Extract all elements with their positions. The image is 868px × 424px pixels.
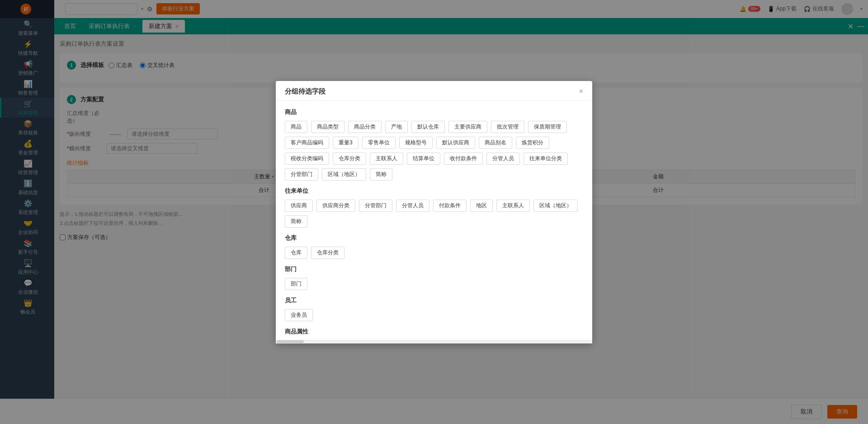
tag-2-1[interactable]: 仓库分类	[311, 247, 344, 259]
tag-1-7[interactable]: 区域（地区）	[533, 200, 578, 212]
tag-0-16[interactable]: 仓库分类	[333, 152, 366, 165]
section-tags-0: 商品商品类型商品分类产地默认仓库主要供应商批次管理保质期管理客户商品编码重量3零…	[285, 121, 583, 181]
section-title-3: 部门	[285, 265, 583, 273]
scrollbar-thumb[interactable]	[277, 340, 304, 343]
tag-0-22[interactable]: 分管部门	[285, 168, 318, 181]
section-title-2: 仓库	[285, 234, 583, 242]
tag-0-13[interactable]: 商品别名	[479, 137, 512, 149]
tag-0-0[interactable]: 商品	[285, 121, 307, 133]
section-tags-2: 仓库仓库分类	[285, 247, 583, 259]
tag-0-23[interactable]: 区域（地区）	[322, 168, 366, 181]
tag-0-1[interactable]: 商品类型	[311, 121, 344, 133]
section-tags-3: 部门	[285, 278, 583, 290]
tag-0-11[interactable]: 规格型号	[399, 137, 433, 149]
tag-3-0[interactable]: 部门	[285, 278, 307, 290]
section-title-5: 商品属性	[285, 328, 583, 336]
tag-0-8[interactable]: 客户商品编码	[285, 137, 329, 149]
tag-1-3[interactable]: 分管人员	[396, 200, 429, 212]
tag-0-24[interactable]: 简称	[370, 168, 392, 181]
tag-0-18[interactable]: 结算单位	[407, 152, 440, 165]
tag-0-19[interactable]: 收付款条件	[444, 152, 483, 165]
tag-0-21[interactable]: 往来单位分类	[524, 152, 568, 165]
tag-0-7[interactable]: 保质期管理	[528, 121, 567, 133]
tag-0-6[interactable]: 批次管理	[491, 121, 524, 133]
section-title-1: 往来单位	[285, 187, 583, 195]
tag-0-10[interactable]: 零售单位	[362, 137, 396, 149]
tag-1-1[interactable]: 供应商分类	[316, 200, 355, 212]
tag-1-0[interactable]: 供应商	[285, 200, 313, 212]
tag-0-17[interactable]: 主联系人	[370, 152, 403, 165]
tag-0-9[interactable]: 重量3	[333, 137, 359, 149]
tag-0-20[interactable]: 分管人员	[486, 152, 520, 165]
modal-horizontal-scrollbar[interactable]	[276, 340, 592, 343]
modal-body[interactable]: 商品商品商品类型商品分类产地默认仓库主要供应商批次管理保质期管理客户商品编码重量…	[276, 101, 592, 340]
tag-1-6[interactable]: 主联系人	[496, 200, 530, 212]
section-tags-1: 供应商供应商分类分管部门分管人员付款条件地区主联系人区域（地区）简称	[285, 200, 583, 228]
tag-0-15[interactable]: 税收分类编码	[285, 152, 329, 165]
modal-title: 分组待选字段	[285, 87, 326, 96]
modal-header: 分组待选字段 ×	[276, 81, 592, 101]
tag-0-2[interactable]: 商品分类	[348, 121, 382, 133]
field-select-modal: 分组待选字段 × 商品商品商品类型商品分类产地默认仓库主要供应商批次管理保质期管…	[276, 81, 592, 343]
modal-overlay: 分组待选字段 × 商品商品商品类型商品分类产地默认仓库主要供应商批次管理保质期管…	[0, 0, 868, 424]
section-tags-4: 业务员	[285, 309, 583, 321]
tag-0-12[interactable]: 默认供应商	[436, 137, 475, 149]
tag-1-2[interactable]: 分管部门	[359, 200, 392, 212]
tag-0-4[interactable]: 默认仓库	[411, 121, 445, 133]
modal-close-button[interactable]: ×	[579, 88, 583, 95]
section-title-0: 商品	[285, 108, 583, 116]
tag-2-0[interactable]: 仓库	[285, 247, 307, 259]
tag-0-14[interactable]: 炼货积分	[516, 137, 549, 149]
tag-0-3[interactable]: 产地	[385, 121, 408, 133]
tag-0-5[interactable]: 主要供应商	[448, 121, 487, 133]
tag-1-4[interactable]: 付款条件	[433, 200, 467, 212]
tag-1-5[interactable]: 地区	[470, 200, 493, 212]
tag-1-8[interactable]: 简称	[285, 215, 307, 228]
tag-4-0[interactable]: 业务员	[285, 309, 313, 321]
section-title-4: 员工	[285, 296, 583, 305]
